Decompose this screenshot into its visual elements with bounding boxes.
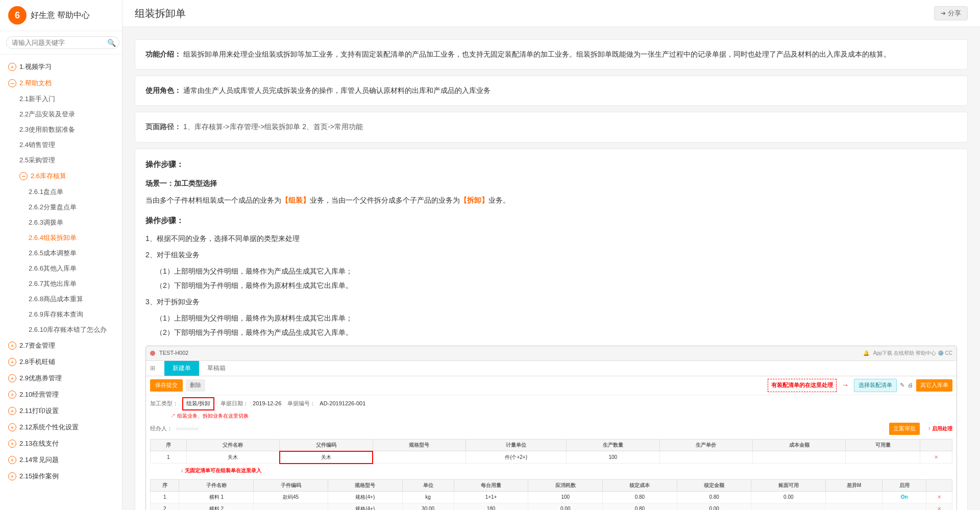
sidebar-item-purchase[interactable]: 2.5采购管理 (0, 153, 122, 168)
sc-form-row2: 经办人： 立案审批 ↑ 启用处理 (146, 422, 957, 436)
sc-topbar-links: App下载 在线帮助 帮助中心 ⚙️ CC (873, 349, 952, 358)
sc-lth-enable: 启用 (883, 479, 926, 491)
share-icon: ➔ (941, 10, 946, 17)
sidebar-item-othership[interactable]: 2.6.7其他出库单 (0, 276, 122, 292)
content-area: 功能介绍： 组装拆卸单用来处理企业组装或拆卸等加工业务，支持有固定装配清单的产品… (122, 27, 980, 510)
sidebar-item-label: 1.视频学习 (19, 62, 52, 71)
sidebar-item-stocktake[interactable]: 2.6.1盘点单 (0, 184, 122, 200)
annotation-bom: 有装配清单的在这里处理 (768, 379, 837, 392)
sc-ltd-stdcost: 0.80 (603, 491, 677, 503)
sidebar-item-label: 2.帮助文档 (19, 79, 52, 88)
sidebar-item-label: 2.11打印设置 (19, 406, 59, 416)
expand-icon: + (8, 374, 16, 382)
sidebar-item-assembly[interactable]: 2.6.4组装拆卸单 (0, 230, 122, 246)
sc-close-icon (150, 351, 155, 356)
arrow-right: → (842, 379, 849, 392)
sidebar-item-label: 2.6库存核算 (31, 172, 66, 181)
sidebar-item-transfer[interactable]: 2.6.3调拨单 (0, 215, 122, 230)
sidebar-item-docs[interactable]: − 2.帮助文档 (0, 75, 122, 91)
sc-form-row1: 加工类型： 组装/拆卸 单据日期： 2019-12-26 单据编号： AD-20… (146, 395, 957, 411)
step3: 3、对于拆卸业务 (145, 295, 957, 309)
sidebar-item-costrecalc[interactable]: 2.6.8商品成本重算 (0, 292, 122, 307)
sidebar-item-video[interactable]: + 1.视频学习 (0, 59, 122, 75)
path-block: 页面路径： 1、库存核算->库存管理->组装拆卸单 2、首页->常用功能 (135, 112, 968, 142)
sc-tab-label: 新建单 (173, 363, 191, 374)
role-text: 通常由生产人员或库管人员完成拆装业务的操作，库管人员确认原材料的出库和产成品的入… (183, 86, 491, 94)
sidebar-item-payment[interactable]: + 2.13在线支付 (0, 435, 122, 452)
sidebar-item-finance[interactable]: + 2.7资金管理 (0, 337, 122, 354)
scenario1-desc: 当由多个子件材料组装成一个成品的业务为【组装】业务，当由一个父件拆分成多个子产品… (145, 193, 957, 207)
sidebar-item-costadjust[interactable]: 2.6.5成本调整单 (0, 246, 122, 261)
sc-tabs-row: ⊞ 新建单 草稿箱 (146, 361, 957, 377)
table-row: 2 横料 2 规格(4+) 30.00 180 0.00 0.80 0.00 (151, 503, 952, 510)
sc-home-icon[interactable]: ⊞ (150, 363, 164, 374)
table-row: 1 关木 关木 件(个+2+) 100 ✕ (151, 451, 952, 464)
sidebar-item-sales[interactable]: 2.4销售管理 (0, 137, 122, 153)
intro-block: 功能介绍： 组装拆卸单用来处理企业组装或拆卸等加工业务，支持有固定装配清单的产品… (135, 39, 968, 69)
sidebar-item-partstake[interactable]: 2.6.2分量盘点单 (0, 200, 122, 215)
sidebar-nav: + 1.视频学习 − 2.帮助文档 2.1新手入门 2.2产品安装及登录 2.3… (0, 55, 122, 510)
sc-annotation-row2: ↓ 无固定清单可在组装单在这里录入 (146, 465, 957, 476)
expand-icon: + (8, 358, 16, 366)
sc-active-tab[interactable]: 新建单 (164, 361, 199, 376)
assemble-keyword: 【组装】 (281, 196, 310, 204)
sidebar: 6 好生意 帮助中心 🔍 + 1.视频学习 − 2.帮助文档 2.1新手入门 2… (0, 0, 122, 510)
sidebar-item-faq[interactable]: + 2.14常见问题 (0, 452, 122, 468)
sidebar-item-ledgererr[interactable]: 2.6.10库存账本错了怎么办 (0, 322, 122, 337)
sc-th-qty: 生产数量 (567, 439, 659, 451)
sidebar-item-print[interactable]: + 2.11打印设置 (0, 403, 122, 419)
sidebar-item-mobile[interactable]: + 2.8手机旺铺 (0, 354, 122, 370)
path-label: 页面路径： (145, 123, 181, 131)
collapse-icon: − (8, 79, 16, 87)
sc-upper-table: 序 父件名称 父件编码 规格型号 计量单位 生产数量 生产单价 成本金额 可用量 (150, 439, 952, 464)
sc-save-btn[interactable]: 保存提交 (150, 379, 183, 392)
sc-td-spec (373, 451, 465, 464)
sidebar-item-label: 2.15操作案例 (19, 472, 59, 481)
sidebar-item-beginner[interactable]: 2.1新手入门 (0, 91, 122, 107)
sc-other-btn[interactable]: 其它入库单 (916, 379, 952, 392)
sc-type-label: 加工类型： (150, 399, 178, 409)
share-label: 分享 (948, 9, 961, 18)
sc-company: TEST-H002 (159, 348, 188, 358)
search-input[interactable] (6, 36, 119, 49)
sidebar-item-label: 2.7资金管理 (19, 341, 55, 350)
main-content: 组装拆卸单 ➔ 分享 功能介绍： 组装拆卸单用来处理企业组装或拆卸等加工业务，支… (122, 0, 980, 510)
sc-enable-btn[interactable]: 立案审批 (889, 423, 920, 435)
search-icon[interactable]: 🔍 (107, 39, 116, 47)
sc-td-price (659, 451, 752, 464)
share-button[interactable]: ➔ 分享 (934, 6, 968, 20)
sidebar-item-cases[interactable]: + 2.15操作案例 (0, 468, 122, 484)
sc-handler-input[interactable] (177, 428, 198, 430)
sidebar-item-inventory[interactable]: − 2.6库存核算 (0, 168, 122, 184)
sc-ltd-bookavail: 0.00 (751, 491, 826, 503)
intro-text: 组装拆卸单用来处理企业组装或拆卸等加工业务，支持有固定装配清单的产品加工业务，也… (183, 50, 891, 58)
sc-draft-tab[interactable]: 草稿箱 (199, 361, 234, 376)
sidebar-item-coupon[interactable]: + 2.9优惠券管理 (0, 370, 122, 386)
sc-td-delete[interactable]: ✕ (920, 451, 952, 464)
sidebar-item-ledger[interactable]: 2.6.9库存账本查询 (0, 307, 122, 322)
sc-th-spec: 规格型号 (373, 439, 465, 451)
sc-lth-op (926, 479, 952, 491)
sc-td-avail (846, 451, 920, 464)
sidebar-item-otherrecv[interactable]: 2.6.6其他入库单 (0, 261, 122, 276)
sc-ltd-code: 款码45 (254, 491, 328, 503)
topbar: 组装拆卸单 ➔ 分享 (122, 0, 980, 27)
sidebar-item-install[interactable]: 2.2产品安装及登录 (0, 107, 122, 122)
sc-td-seq: 1 (151, 451, 187, 464)
sc-th-code: 父件编码 (280, 439, 373, 451)
sc-date-label: 单据日期： (220, 399, 249, 409)
sidebar-item-customization[interactable]: + 2.12系统个性化设置 (0, 419, 122, 435)
sc-ltd-diff (826, 491, 883, 503)
sidebar-item-ops[interactable]: + 2.10经营管理 (0, 386, 122, 403)
sc-cancel-btn[interactable]: 删除 (186, 379, 205, 392)
sc-bom-select-btn[interactable]: 选择装配清单 (854, 379, 897, 392)
sc-ltd-perunit: 1+1+ (454, 491, 528, 503)
sc-lth-spec: 规格型号 (328, 479, 402, 491)
sidebar-item-dataprep[interactable]: 2.3使用前数据准备 (0, 122, 122, 137)
step1: 1、根据不同的业务，选择不同单据的类型来处理 (145, 231, 957, 246)
expand-icon: + (8, 342, 16, 350)
sc-ltd-delete[interactable]: ✕ (926, 491, 952, 503)
ops-steps-title: 操作步骤： (145, 213, 957, 227)
sc-bell-icon: 🔔 (863, 349, 869, 358)
sc-td-name: 关木 (186, 451, 279, 464)
